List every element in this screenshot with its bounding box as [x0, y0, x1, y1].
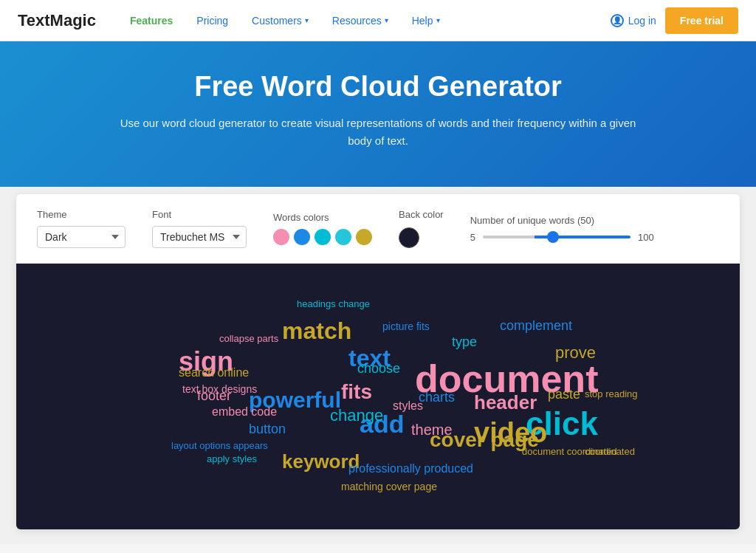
word-cloud-word: picture fits: [382, 321, 430, 332]
back-color-dot[interactable]: [399, 227, 419, 248]
word-cloud-word: layout options appears: [171, 441, 268, 450]
word-cloud-word: headings change: [297, 299, 370, 309]
nav-resources[interactable]: Resources ▾: [322, 9, 399, 32]
theme-select[interactable]: Dark Light Custom: [37, 226, 126, 248]
hero-section: Free Word Cloud Generator Use our word c…: [0, 41, 756, 187]
words-colors-control: Words colors: [273, 212, 372, 245]
word-cloud-word: charts: [419, 391, 455, 404]
chevron-down-icon: ▾: [436, 16, 440, 24]
slider-row: 5 100: [470, 232, 719, 243]
slider-max-value: 100: [638, 232, 654, 243]
user-icon: 👤: [611, 14, 624, 27]
slider-control: Number of unique words (50) 5 100: [470, 215, 719, 243]
word-cloud-word: styles: [393, 400, 423, 412]
font-label: Font: [152, 209, 247, 220]
back-color-control: Back color: [399, 209, 444, 248]
slider-min-value: 5: [470, 232, 475, 243]
controls-bar: Theme Dark Light Custom Font Trebuchet M…: [16, 194, 740, 264]
chevron-down-icon: ▾: [305, 16, 309, 24]
word-cloud-word: choose: [357, 362, 400, 375]
hero-title: Free Word Cloud Generator: [15, 71, 741, 103]
word-cloud-word: text box designs: [182, 384, 257, 394]
theme-label: Theme: [37, 209, 126, 220]
nav-help[interactable]: Help ▾: [402, 9, 450, 32]
nav-features[interactable]: Features: [120, 9, 183, 32]
color-dot-pink[interactable]: [273, 229, 289, 245]
color-dot-lightcyan[interactable]: [335, 229, 351, 245]
slider-label: Number of unique words (50): [470, 215, 719, 226]
word-cloud-word: button: [249, 422, 286, 436]
login-button[interactable]: 👤 Log in: [611, 14, 656, 27]
word-cloud-inner: documentclickvideosigntextpowerfulmatchh…: [16, 264, 740, 529]
word-cloud-word: apply styles: [207, 454, 257, 464]
color-dot-blue[interactable]: [294, 229, 310, 245]
word-cloud-word: professionally produced: [348, 463, 473, 475]
word-cloud-word: collapse parts: [219, 334, 278, 343]
word-cloud-area: documentclickvideosigntextpowerfulmatchh…: [16, 264, 740, 529]
word-cloud-word: paste: [548, 388, 580, 401]
word-cloud-word: change: [330, 408, 383, 424]
theme-control: Theme Dark Light Custom: [37, 209, 126, 248]
word-cloud-word: complement: [500, 319, 572, 332]
font-control: Font Trebuchet MS Arial Georgia: [152, 209, 247, 248]
word-cloud-word: header: [474, 393, 537, 412]
nav-pricing[interactable]: Pricing: [186, 9, 238, 32]
font-select[interactable]: Trebuchet MS Arial Georgia: [152, 226, 247, 248]
word-cloud-word: embed code: [212, 406, 277, 418]
word-cloud-word: prove: [555, 345, 596, 361]
color-dot-cyan[interactable]: [315, 229, 331, 245]
nav-right: 👤 Log in Free trial: [611, 7, 738, 34]
logo[interactable]: TextMagic: [18, 11, 96, 30]
word-cloud-word: stop reading: [585, 389, 638, 399]
free-trial-button[interactable]: Free trial: [665, 7, 738, 34]
color-dots-group: [273, 229, 372, 245]
back-color-label: Back color: [399, 209, 444, 220]
nav-links: Features Pricing Customers ▾ Resources ▾…: [120, 9, 611, 32]
word-cloud-word: matching cover page: [341, 481, 437, 492]
nav-customers[interactable]: Customers ▾: [241, 9, 319, 32]
chevron-down-icon: ▾: [385, 16, 388, 24]
word-cloud-word: type: [452, 335, 477, 348]
words-colors-label: Words colors: [273, 212, 372, 223]
word-cloud-word: search online: [179, 367, 249, 379]
unique-words-slider[interactable]: [483, 236, 630, 238]
hero-subtitle: Use our word cloud generator to create v…: [120, 114, 636, 150]
color-dot-gold[interactable]: [356, 229, 372, 245]
word-cloud-word: fits: [341, 382, 372, 402]
navbar: TextMagic Features Pricing Customers ▾ R…: [0, 0, 756, 41]
word-cloud-word: theme: [411, 422, 453, 437]
tool-container: Theme Dark Light Custom Font Trebuchet M…: [16, 194, 740, 529]
word-cloud-word: coordinated: [585, 447, 635, 456]
logo-text: TextMagic: [18, 11, 96, 30]
word-cloud-word: match: [282, 319, 351, 343]
